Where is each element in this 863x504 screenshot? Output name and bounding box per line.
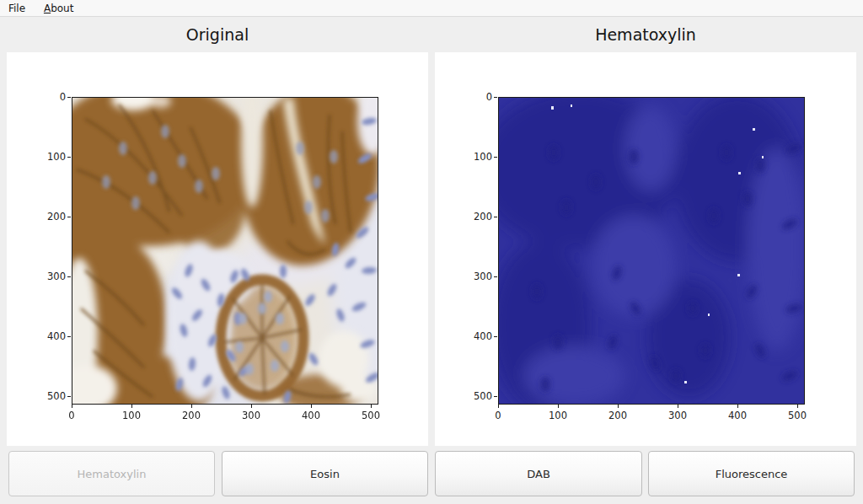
y-tick-label: 500 <box>450 390 492 402</box>
fluorescence-button[interactable]: Fluorescence <box>648 451 855 496</box>
y-tick-mark <box>67 336 71 337</box>
x-tick-mark <box>618 405 619 408</box>
y-tick-mark <box>67 217 71 217</box>
y-tick-label: 0 <box>450 91 492 103</box>
y-tick-mark <box>494 396 497 397</box>
y-tick-mark <box>494 336 497 337</box>
y-tick-mark <box>67 276 71 277</box>
hematoxylin-panel: 0 100 200 300 400 500 <box>435 52 856 446</box>
dab-button[interactable]: DAB <box>435 451 642 496</box>
x-tick-mark <box>558 405 559 408</box>
y-tick-label: 500 <box>24 390 66 402</box>
hematoxylin-plot-image <box>498 97 805 405</box>
x-tick-mark <box>72 405 72 408</box>
x-tick-label: 500 <box>788 410 807 421</box>
y-tick-label: 300 <box>24 271 66 282</box>
original-panel-title: Original <box>7 24 428 45</box>
original-plot: 0 100 200 300 400 500 <box>72 97 377 403</box>
y-tick-mark <box>67 396 71 397</box>
y-tick-label: 100 <box>450 151 492 163</box>
menu-bar: File About <box>0 0 863 17</box>
y-tick-label: 200 <box>450 211 492 223</box>
y-tick-mark <box>67 97 71 98</box>
y-tick-mark <box>494 157 497 158</box>
ihc-tissue-image <box>72 98 378 404</box>
eosin-button[interactable]: Eosin <box>222 451 428 496</box>
x-tick-label: 300 <box>242 410 260 421</box>
menu-about-rest: bout <box>51 3 73 14</box>
x-tick-mark <box>131 405 132 408</box>
x-tick-mark <box>371 405 372 408</box>
y-tick-mark <box>494 276 497 277</box>
y-tick-label: 400 <box>450 330 492 342</box>
x-tick-mark <box>737 405 738 408</box>
original-plot-image <box>72 97 378 405</box>
x-tick-label: 0 <box>68 410 74 421</box>
y-tick-label: 200 <box>24 211 66 223</box>
x-tick-mark <box>797 405 798 408</box>
x-tick-label: 100 <box>549 410 567 421</box>
x-tick-label: 200 <box>182 410 201 421</box>
menu-about-mnemonic: A <box>44 3 51 14</box>
x-tick-label: 100 <box>122 410 141 421</box>
menu-about[interactable]: About <box>44 0 74 17</box>
x-tick-mark <box>191 405 192 408</box>
hematoxylin-button[interactable]: Hematoxylin <box>8 451 215 496</box>
x-tick-label: 400 <box>728 410 747 421</box>
hematoxylin-channel-image <box>499 98 804 404</box>
x-tick-mark <box>678 405 678 408</box>
x-tick-label: 300 <box>668 410 687 421</box>
original-panel: 0 100 200 300 400 500 <box>7 52 428 446</box>
y-tick-mark <box>494 217 497 217</box>
y-tick-label: 400 <box>24 330 66 342</box>
y-tick-label: 100 <box>24 151 66 163</box>
x-tick-mark <box>498 405 499 408</box>
y-tick-mark <box>67 157 71 158</box>
x-tick-label: 400 <box>302 410 320 421</box>
hematoxylin-plot: 0 100 200 300 400 500 <box>498 97 803 403</box>
x-tick-label: 0 <box>495 410 501 421</box>
y-tick-mark <box>494 97 497 98</box>
x-tick-mark <box>251 405 252 408</box>
hematoxylin-panel-title: Hematoxylin <box>435 24 856 45</box>
menu-file[interactable]: File <box>8 0 25 17</box>
x-tick-label: 200 <box>608 410 627 421</box>
y-tick-label: 0 <box>24 91 66 103</box>
y-tick-label: 300 <box>450 271 492 282</box>
x-tick-mark <box>311 405 312 408</box>
x-tick-label: 500 <box>362 410 380 421</box>
